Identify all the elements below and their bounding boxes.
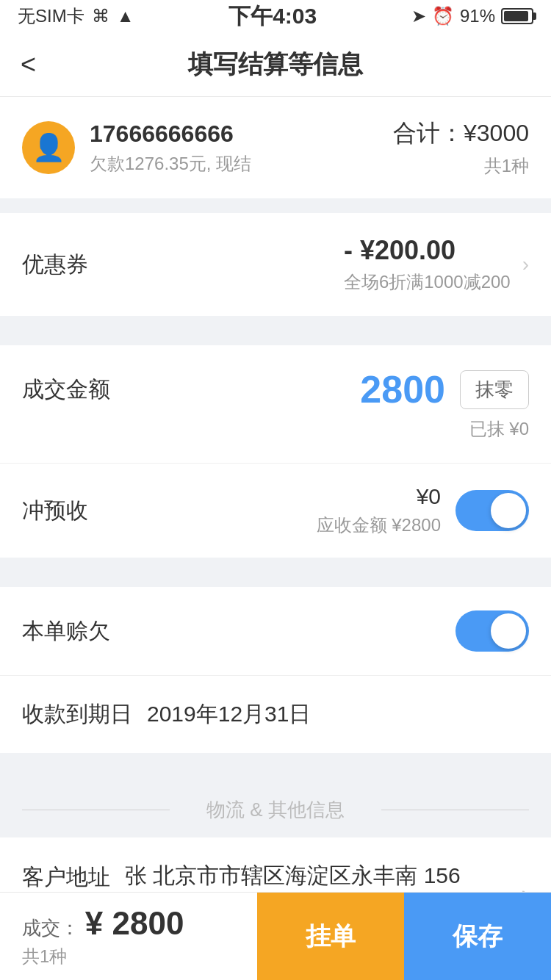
- amount-right: 2800 抹零: [360, 367, 529, 411]
- customer-info: 17666666666 欠款1276.35元, 现结: [90, 120, 251, 176]
- address-label: 客户地址: [22, 858, 110, 895]
- save-button[interactable]: 保存: [404, 893, 551, 981]
- debt-card: 本单赊欠 收款到期日 2019年12月31日: [0, 587, 551, 753]
- logistics-line-right: [381, 810, 529, 810]
- logistics-divider: 物流 & 其他信息: [0, 782, 551, 837]
- customer-card: 👤 17666666666 欠款1276.35元, 现结 合计：¥3000 共1…: [0, 97, 551, 198]
- coupon-description: 全场6折满1000减200: [344, 270, 511, 294]
- total-count: 共1种: [393, 154, 529, 178]
- alarm-icon: ⏰: [432, 6, 454, 26]
- section-divider-1: [0, 331, 551, 345]
- coupon-row[interactable]: 优惠券 - ¥200.00 全场6折满1000减200 ›: [0, 213, 551, 316]
- location-icon: ➤: [411, 6, 426, 26]
- bottom-summary: 成交： ¥ 2800 共1种: [0, 905, 257, 968]
- coupon-label: 优惠券: [22, 250, 88, 280]
- nav-bar: < 填写结算等信息: [0, 32, 551, 97]
- content-area: 👤 17666666666 欠款1276.35元, 现结 合计：¥3000 共1…: [0, 97, 551, 980]
- status-bar: 无SIM卡 ⌘ ▲ 下午4:03 ➤ ⏰ 91%: [0, 0, 551, 32]
- round-button[interactable]: 抹零: [460, 370, 529, 409]
- status-left: 无SIM卡 ⌘ ▲: [18, 4, 134, 28]
- coupon-card: 优惠券 - ¥200.00 全场6折满1000减200 ›: [0, 213, 551, 316]
- amount-card: 成交金额 2800 抹零 已抹 ¥0 冲预收 ¥0 应收金额 ¥2800: [0, 345, 551, 558]
- precollect-sub: 应收金额 ¥2800: [317, 514, 441, 537]
- customer-phone: 17666666666: [90, 120, 251, 148]
- debt-section: 本单赊欠: [0, 587, 551, 675]
- bottom-deal-label: 成交：: [22, 917, 79, 939]
- bottom-count: 共1种: [22, 945, 235, 968]
- customer-row: 👤 17666666666 欠款1276.35元, 现结 合计：¥3000 共1…: [0, 97, 551, 198]
- deal-amount-value: 2800: [360, 367, 445, 411]
- bottom-deal-row: 成交： ¥ 2800: [22, 905, 235, 942]
- coupon-discount: - ¥200.00: [344, 235, 511, 266]
- battery-icon: [501, 8, 533, 24]
- precollect-right: ¥0 应收金额 ¥2800: [317, 484, 529, 537]
- duedate-section: 收款到期日 2019年12月31日: [0, 675, 551, 753]
- status-time: 下午4:03: [228, 1, 317, 32]
- battery-percent: 91%: [460, 6, 495, 26]
- total-label: 合计：: [393, 120, 464, 146]
- coupon-right: - ¥200.00 全场6折满1000减200 ›: [344, 235, 529, 294]
- logistics-line-left: [22, 810, 170, 810]
- amount-section: 成交金额 2800 抹零 已抹 ¥0: [0, 345, 551, 463]
- total-value: ¥3000: [464, 120, 529, 146]
- wifi-icon: ⌘: [92, 6, 109, 26]
- debt-toggle-knob: [491, 613, 526, 649]
- duedate-content: 收款到期日 2019年12月31日: [22, 699, 529, 729]
- duedate-value: 2019年12月31日: [147, 699, 311, 729]
- debt-label: 本单赊欠: [22, 616, 110, 646]
- toggle-knob: [491, 493, 526, 528]
- status-right: ➤ ⏰ 91%: [411, 6, 533, 26]
- precollect-toggle[interactable]: [455, 490, 529, 531]
- customer-left: 👤 17666666666 欠款1276.35元, 现结: [22, 120, 251, 176]
- amount-label: 成交金额: [22, 375, 110, 405]
- coupon-chevron-icon: ›: [522, 253, 529, 276]
- back-button[interactable]: <: [21, 49, 36, 80]
- customer-debt: 欠款1276.35元, 现结: [90, 152, 251, 176]
- customer-right: 合计：¥3000 共1种: [393, 118, 529, 178]
- precollect-section: 冲预收 ¥0 应收金额 ¥2800: [0, 463, 551, 558]
- total-amount: 合计：¥3000: [393, 118, 529, 150]
- debt-toggle[interactable]: [455, 610, 529, 652]
- precollect-values: ¥0 应收金额 ¥2800: [317, 484, 441, 537]
- amount-sub: 已抹 ¥0: [22, 417, 529, 441]
- signal-bars-icon: ▲: [117, 6, 134, 26]
- amount-row: 成交金额 2800 抹零: [22, 367, 529, 411]
- precollect-label: 冲预收: [22, 496, 88, 526]
- logistics-text: 物流 & 其他信息: [206, 797, 345, 823]
- section-divider-3: [0, 768, 551, 782]
- precollect-amount: ¥0: [317, 484, 441, 509]
- avatar: 👤: [22, 121, 75, 174]
- bottom-bar: 成交： ¥ 2800 共1种 挂单 保存: [0, 892, 551, 980]
- carrier-text: 无SIM卡: [18, 4, 84, 28]
- section-divider-2: [0, 572, 551, 587]
- duedate-label: 收款到期日: [22, 699, 132, 729]
- hang-button[interactable]: 挂单: [257, 893, 404, 981]
- page-title: 填写结算等信息: [188, 48, 363, 82]
- precollect-row: 冲预收 ¥0 应收金额 ¥2800: [22, 484, 529, 537]
- bottom-amount: ¥ 2800: [85, 905, 184, 941]
